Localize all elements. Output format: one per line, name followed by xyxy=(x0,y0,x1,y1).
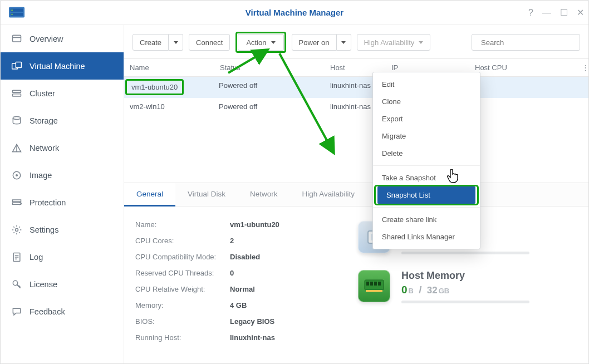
action-menu-item-create-share-link[interactable]: Create share link xyxy=(373,211,480,228)
action-menu-item-export[interactable]: Export xyxy=(373,110,480,127)
sidebar-item-label: Network xyxy=(30,144,59,153)
sidebar-item-overview[interactable]: Overview xyxy=(1,25,124,52)
sidebar-item-settings[interactable]: Settings xyxy=(1,216,124,243)
svg-rect-32 xyxy=(374,282,377,286)
app-icon xyxy=(8,4,25,21)
sidebar-item-log[interactable]: Log xyxy=(1,243,124,270)
tab-network[interactable]: Network xyxy=(238,183,290,206)
search-input[interactable] xyxy=(480,38,576,47)
action-menu-item-snapshot-list[interactable]: Snapshot List xyxy=(377,186,475,204)
host-cpu-bar xyxy=(401,252,529,254)
svg-rect-34 xyxy=(366,290,382,292)
col-name[interactable]: Name xyxy=(124,59,213,76)
table-row[interactable]: vm2-win10 Powered off linuxhint-nas - - xyxy=(124,98,588,116)
power-on-button[interactable]: Power on xyxy=(292,34,337,51)
action-button[interactable]: Action xyxy=(238,34,283,51)
host-memory-stat: Host Memory 0B / 32GB xyxy=(358,270,577,303)
search-box[interactable] xyxy=(472,34,580,51)
detail-value: 2 xyxy=(230,237,234,245)
poweron-button-group: Power on xyxy=(292,34,351,51)
host-memory-value: 0B / 32GB xyxy=(401,284,577,296)
sidebar-item-vm[interactable]: Virtual Machine xyxy=(1,52,124,80)
detail-value: Legacy BIOS xyxy=(230,317,274,326)
detail-row: BIOS:Legacy BIOS xyxy=(135,313,347,329)
cell-status: Powered off xyxy=(213,98,325,115)
title-bar: Virtual Machine Manager ? — ☐ ✕ xyxy=(1,1,588,25)
create-button[interactable]: Create xyxy=(132,34,169,51)
sidebar-item-network[interactable]: Network xyxy=(1,134,124,161)
create-dropdown[interactable] xyxy=(169,34,183,51)
sidebar-item-license[interactable]: License xyxy=(1,270,124,298)
sidebar-item-feedback[interactable]: Feedback xyxy=(1,298,124,325)
help-icon[interactable]: ? xyxy=(528,8,533,17)
svg-point-17 xyxy=(16,228,18,231)
svg-rect-8 xyxy=(16,62,21,67)
detail-value: Disabled xyxy=(230,253,260,261)
detail-panel: Name:vm1-ubuntu20CPU Cores:2CPU Compatib… xyxy=(124,206,588,363)
maximize-icon[interactable]: ☐ xyxy=(560,8,568,17)
tab-virtual-disk[interactable]: Virtual Disk xyxy=(175,183,238,206)
close-icon[interactable]: ✕ xyxy=(577,8,584,17)
connect-button[interactable]: Connect xyxy=(189,34,230,51)
action-menu-item-edit[interactable]: Edit xyxy=(373,76,480,93)
columns-menu-icon[interactable]: ⋮ xyxy=(576,59,588,76)
cluster-icon xyxy=(11,87,23,100)
svg-rect-9 xyxy=(13,90,21,92)
sidebar-item-label: Log xyxy=(30,253,43,262)
col-status[interactable]: Status xyxy=(213,59,325,76)
detail-row: CPU Compatibility Mode:Disabled xyxy=(135,249,347,265)
host-memory-title: Host Memory xyxy=(401,270,577,282)
sidebar-item-label: Storage xyxy=(30,116,58,125)
tab-general[interactable]: General xyxy=(124,183,175,206)
cell-name: vm2-win10 xyxy=(124,98,213,115)
network-icon xyxy=(11,142,23,154)
detail-value: vm1-ubuntu20 xyxy=(230,220,279,229)
cell-host-cpu: - xyxy=(469,98,576,115)
cell-host-cpu: - xyxy=(469,77,576,97)
menu-divider xyxy=(373,207,480,208)
sidebar-item-label: Settings xyxy=(30,225,58,234)
action-menu-item-migrate[interactable]: Migrate xyxy=(373,127,480,145)
detail-row: Reserved CPU Threads:0 xyxy=(135,265,347,281)
detail-key: CPU Compatibility Mode: xyxy=(135,253,230,261)
create-button-group: Create xyxy=(132,34,183,51)
sidebar-item-image[interactable]: Image xyxy=(1,161,124,189)
svg-rect-16 xyxy=(13,203,21,204)
power-on-dropdown[interactable] xyxy=(337,34,351,51)
log-icon xyxy=(11,251,23,263)
detail-key: Memory: xyxy=(135,301,230,309)
svg-point-11 xyxy=(13,116,20,119)
svg-point-14 xyxy=(16,174,18,176)
action-menu-item-delete[interactable]: Delete xyxy=(373,145,480,162)
detail-key: BIOS: xyxy=(135,317,230,326)
sidebar: OverviewVirtual MachineClusterStorageNet… xyxy=(1,25,124,363)
cursor-pointer-icon xyxy=(446,169,460,184)
tab-high-availability[interactable]: High Availability xyxy=(290,183,367,206)
col-host-cpu[interactable]: Host CPU xyxy=(469,59,576,76)
sidebar-item-cluster[interactable]: Cluster xyxy=(1,80,124,107)
storage-icon xyxy=(11,115,23,127)
detail-value: linuxhint-nas xyxy=(230,333,275,342)
detail-row: Name:vm1-ubuntu20 xyxy=(135,217,347,233)
host-memory-bar xyxy=(401,301,529,303)
action-menu-item-clone[interactable]: Clone xyxy=(373,93,480,110)
high-availability-button[interactable]: High Availability xyxy=(357,34,431,51)
detail-value: 4 GB xyxy=(230,301,247,309)
action-menu: EditCloneExportMigrateDeleteTake a Snaps… xyxy=(372,72,480,249)
action-menu-item-shared-links-manager[interactable]: Shared Links Manager xyxy=(373,228,480,245)
image-icon xyxy=(11,169,23,181)
sidebar-item-label: Cluster xyxy=(30,89,55,98)
detail-row: CPU Relative Weight:Normal xyxy=(135,281,347,297)
toolbar: Create Connect Action Power on High Avai… xyxy=(124,25,588,58)
minimize-icon[interactable]: — xyxy=(542,8,551,17)
detail-row: Memory:4 GB xyxy=(135,297,347,313)
action-menu-item-take-a-snapshot[interactable]: Take a Snapshot xyxy=(373,169,480,186)
vm-table-body: vm1-ubuntu20 Powered off linuxhint-nas -… xyxy=(124,77,588,116)
sidebar-item-storage[interactable]: Storage xyxy=(1,107,124,134)
table-row[interactable]: vm1-ubuntu20 Powered off linuxhint-nas -… xyxy=(124,77,588,98)
sidebar-item-label: Overview xyxy=(30,35,63,43)
detail-value: Normal xyxy=(230,285,255,293)
svg-rect-33 xyxy=(378,282,381,286)
sidebar-item-label: Virtual Machine xyxy=(30,62,85,71)
sidebar-item-protection[interactable]: Protection xyxy=(1,189,124,216)
